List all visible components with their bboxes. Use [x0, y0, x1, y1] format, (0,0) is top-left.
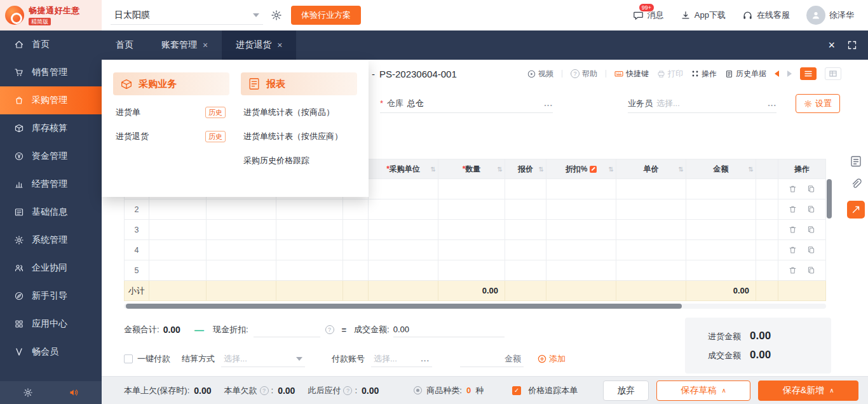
settlement-method-select[interactable]: 选择...: [221, 351, 305, 367]
sidebar-item-inventory[interactable]: 库存核算: [0, 114, 102, 142]
info-circle-icon[interactable]: ?: [343, 386, 352, 395]
deal-amount-input[interactable]: 0.00: [393, 322, 505, 337]
video-button[interactable]: 视频: [527, 69, 553, 79]
grid-header-purchase-unit[interactable]: * 采购单位 ⇅: [369, 159, 438, 179]
sidebar-item-member[interactable]: 畅会员: [0, 338, 102, 366]
grid-header-quote[interactable]: 报价 ⇅: [505, 159, 546, 179]
table-view-button[interactable]: [825, 67, 841, 80]
menu-item-price-history[interactable]: 采购历史价格跟踪: [241, 149, 357, 173]
sidebar-item-home[interactable]: 首页: [0, 30, 102, 58]
save-draft-button[interactable]: 保存草稿 ∧: [656, 380, 750, 401]
grid-cell[interactable]: [207, 260, 276, 281]
grid-cell[interactable]: [276, 240, 343, 260]
history-docs-button[interactable]: 历史单据: [725, 69, 766, 79]
gear-icon[interactable]: [23, 387, 33, 398]
sort-icon[interactable]: ⇅: [539, 166, 544, 173]
grid-cell[interactable]: [616, 220, 686, 240]
grid-cell[interactable]: [276, 199, 343, 220]
grid-cell[interactable]: [505, 179, 546, 199]
help-button[interactable]: ? 帮助: [571, 69, 597, 79]
sort-icon[interactable]: ⇅: [431, 166, 436, 173]
grid-cell[interactable]: [438, 240, 505, 260]
save-and-new-button[interactable]: 保存&新增 ∧: [758, 380, 858, 401]
grid-cell[interactable]: [616, 179, 686, 199]
sidebar-item-app-center[interactable]: 应用中心: [0, 310, 102, 338]
grid-cell[interactable]: [616, 199, 686, 220]
grid-cell[interactable]: [438, 260, 505, 281]
copy-row-icon[interactable]: [807, 246, 815, 254]
sidebar-item-purchase[interactable]: 采购管理: [0, 86, 102, 114]
info-circle-icon[interactable]: ?: [325, 325, 334, 334]
print-button[interactable]: 打印: [657, 69, 683, 79]
grid-header-unit-price[interactable]: 单价 ⇅: [616, 159, 686, 179]
grid-cell[interactable]: [343, 199, 369, 220]
grid-cell[interactable]: [505, 199, 546, 220]
app-download-button[interactable]: App下载: [681, 10, 726, 21]
sidebar-item-basic-info[interactable]: 基础信息: [0, 198, 102, 226]
sidebar-item-system[interactable]: 系统管理: [0, 226, 102, 254]
horizontal-scrollbar-thumb[interactable]: [126, 304, 682, 309]
trash-icon[interactable]: [789, 246, 797, 254]
next-doc-icon[interactable]: [787, 71, 792, 77]
avatar[interactable]: [806, 6, 825, 25]
operation-button[interactable]: 操作: [691, 69, 717, 79]
attachment-icon[interactable]: [850, 178, 862, 191]
sidebar-item-funds[interactable]: 资金管理: [0, 142, 102, 170]
price-track-checkbox[interactable]: ✓: [512, 386, 521, 395]
grid-cell[interactable]: [505, 240, 546, 260]
fullscreen-icon[interactable]: [848, 41, 857, 50]
tab-purchase-return[interactable]: 进货退货 ×: [222, 30, 296, 60]
more-options-icon[interactable]: ...: [544, 98, 553, 108]
trash-icon[interactable]: [789, 205, 797, 213]
grid-header-discount[interactable]: 折扣% ⇅: [546, 159, 616, 179]
grid-cell[interactable]: [546, 199, 616, 220]
tab-account-books[interactable]: 账套管理 ×: [147, 30, 222, 60]
sort-icon[interactable]: ⇅: [749, 166, 754, 173]
sidebar-item-collaboration[interactable]: 企业协同: [0, 254, 102, 282]
sidebar-item-sales[interactable]: 销售管理: [0, 58, 102, 86]
grid-cell[interactable]: [343, 220, 369, 240]
grid-cell[interactable]: [686, 199, 756, 220]
account-settings-gear-icon[interactable]: [271, 10, 282, 21]
grid-cell[interactable]: [207, 199, 276, 220]
speaker-icon[interactable]: [69, 387, 79, 398]
grid-cell[interactable]: [686, 220, 756, 240]
grid-header-amount[interactable]: 金额 ⇅: [686, 159, 756, 179]
copy-row-icon[interactable]: [807, 205, 815, 213]
payment-amount-input[interactable]: 金额: [460, 351, 524, 367]
vertical-scrollbar[interactable]: [827, 179, 832, 301]
one-key-pay-checkbox[interactable]: [124, 354, 133, 363]
grid-cell[interactable]: [505, 260, 546, 281]
tab-home[interactable]: 首页: [102, 30, 147, 60]
expand-tool-icon[interactable]: [847, 201, 865, 219]
sort-icon[interactable]: ⇅: [679, 166, 684, 173]
salesman-field[interactable]: 业务员 选择... ...: [628, 94, 776, 113]
grid-cell[interactable]: [343, 260, 369, 281]
experience-plan-button[interactable]: 体验行业方案: [291, 6, 361, 25]
column-settings-button[interactable]: 设置: [796, 94, 840, 113]
copy-row-icon[interactable]: [807, 226, 815, 234]
horizontal-scrollbar[interactable]: [124, 304, 826, 309]
grid-cell[interactable]: [686, 260, 756, 281]
grid-cell[interactable]: [686, 179, 756, 199]
grid-cell[interactable]: [505, 220, 546, 240]
grid-cell[interactable]: [438, 199, 505, 220]
warehouse-value[interactable]: 总仓: [407, 98, 424, 109]
history-badge[interactable]: 历史: [205, 131, 226, 142]
account-selector[interactable]: 日太阳膜: [111, 6, 263, 25]
sort-icon[interactable]: ⇅: [498, 166, 503, 173]
feedback-icon[interactable]: [850, 155, 862, 168]
add-payment-button[interactable]: 添加: [538, 353, 566, 365]
prev-doc-icon[interactable]: [775, 71, 779, 77]
list-view-button[interactable]: [800, 67, 817, 80]
grid-cell[interactable]: [369, 179, 438, 199]
vertical-scrollbar-thumb[interactable]: [827, 179, 832, 219]
brand-logo[interactable]: 畅捷通好生意 精简版: [0, 0, 102, 30]
grid-header-qty[interactable]: * 数量 ⇅: [438, 159, 505, 179]
info-circle-icon[interactable]: ?: [260, 386, 269, 395]
copy-row-icon[interactable]: [807, 266, 815, 274]
grid-cell[interactable]: [438, 179, 505, 199]
grid-cell[interactable]: [616, 260, 686, 281]
grid-cell[interactable]: [369, 240, 438, 260]
grid-cell[interactable]: [149, 220, 207, 240]
